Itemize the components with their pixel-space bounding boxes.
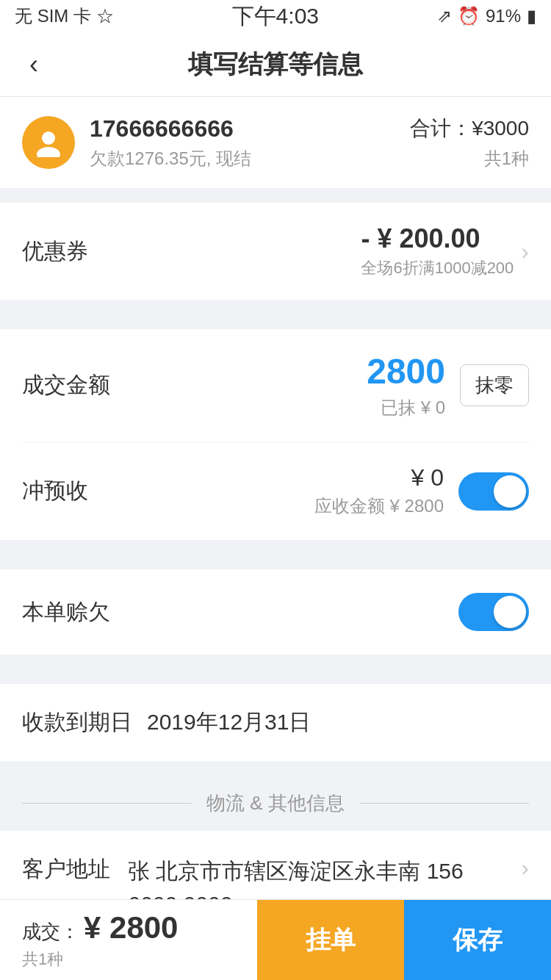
svg-point-0 <box>42 131 55 145</box>
section-divider-1 <box>0 314 551 329</box>
prepay-sub: 应收金额 ¥ 2800 <box>314 494 444 518</box>
battery-icon: ▮ <box>527 6 536 26</box>
prepay-amount: ¥ 0 应收金额 ¥ 2800 <box>314 464 444 518</box>
sim-status: 无 SIM 卡 ☆ <box>15 4 114 28</box>
status-left: 无 SIM 卡 ☆ <box>15 4 114 28</box>
deal-label: 成交金额 <box>22 370 110 400</box>
deal-amount-row: 成交金额 2800 已抹 ¥ 0 抹零 <box>22 329 529 442</box>
bottom-summary: 成交： ¥ 2800 共1种 <box>0 910 257 970</box>
duedate-section: 收款到期日 2019年12月31日 <box>0 684 551 761</box>
credit-row: 本单赊欠 <box>0 569 551 655</box>
deal-sub: 已抹 ¥ 0 <box>367 396 445 419</box>
credit-toggle[interactable] <box>458 593 529 631</box>
logistics-header: 物流 & 其他信息 <box>0 776 551 831</box>
bottom-count: 共1种 <box>22 948 235 970</box>
credit-toggle-knob <box>494 596 526 628</box>
credit-section: 本单赊欠 <box>0 569 551 655</box>
address-label: 客户地址 <box>22 854 110 884</box>
nav-bar: ‹ 填写结算等信息 <box>0 32 551 97</box>
prepay-toggle[interactable] <box>458 472 529 511</box>
status-bar: 无 SIM 卡 ☆ 下午4:03 ⇗ ⏰ 91% ▮ <box>0 0 551 32</box>
round-button[interactable]: 抹零 <box>460 364 529 406</box>
status-right: ⇗ ⏰ 91% ▮ <box>437 6 536 26</box>
prepay-label: 冲预收 <box>22 476 88 506</box>
page-title: 填写结算等信息 <box>188 48 363 82</box>
customer-left: 17666666666 欠款1276.35元, 现结 <box>22 115 251 170</box>
duedate-row: 收款到期日 2019年12月31日 <box>22 707 529 738</box>
header-line-left <box>22 803 192 804</box>
prepay-value: ¥ 0 <box>314 464 444 491</box>
coupon-chevron-icon: › <box>521 238 529 265</box>
coupon-label: 优惠券 <box>22 237 88 267</box>
credit-label: 本单赊欠 <box>22 597 110 627</box>
total-count: 共1种 <box>410 147 529 170</box>
coupon-detail: 全场6折满1000减200 <box>361 257 514 279</box>
total-amount: 合计：¥3000 <box>410 115 529 143</box>
customer-total: 合计：¥3000 共1种 <box>410 115 529 170</box>
main-content: 17666666666 欠款1276.35元, 现结 合计：¥3000 共1种 … <box>0 97 551 980</box>
section-divider-3 <box>0 669 551 684</box>
suspend-button[interactable]: 挂单 <box>257 900 404 981</box>
toggle-knob <box>494 475 526 508</box>
deal-right: 2800 已抹 ¥ 0 抹零 <box>367 351 529 419</box>
coupon-right: - ¥ 200.00 全场6折满1000减200 › <box>361 223 529 279</box>
location-icon: ⇗ <box>437 6 452 26</box>
duedate-label: 收款到期日 <box>22 707 132 738</box>
save-button[interactable]: 保存 <box>404 900 551 981</box>
avatar <box>22 116 75 169</box>
bottom-bar: 成交： ¥ 2800 共1种 挂单 保存 <box>0 899 551 980</box>
customer-info-card: 17666666666 欠款1276.35元, 现结 合计：¥3000 共1种 <box>0 97 551 188</box>
customer-details: 17666666666 欠款1276.35元, 现结 <box>90 115 251 170</box>
address-chevron-icon: › <box>521 854 529 882</box>
amount-section: 成交金额 2800 已抹 ¥ 0 抹零 冲预收 ¥ 0 应收金额 ¥ 2800 <box>0 329 551 540</box>
prepay-row: 冲预收 ¥ 0 应收金额 ¥ 2800 <box>22 442 529 540</box>
header-line-right <box>359 803 529 804</box>
deal-value: 2800 <box>367 351 445 392</box>
battery-level: 91% <box>486 6 521 26</box>
customer-debt: 欠款1276.35元, 现结 <box>90 147 251 170</box>
bottom-amount: ¥ 2800 <box>84 910 178 945</box>
svg-point-1 <box>37 147 60 157</box>
customer-phone: 17666666666 <box>90 115 251 143</box>
alarm-icon: ⏰ <box>458 6 480 26</box>
coupon-discount: - ¥ 200.00 <box>361 223 514 254</box>
back-button[interactable]: ‹ <box>22 42 46 87</box>
coupon-row[interactable]: 优惠券 - ¥ 200.00 全场6折满1000减200 › <box>0 203 551 300</box>
duedate-value: 2019年12月31日 <box>147 707 311 738</box>
section-divider-2 <box>0 555 551 569</box>
prepay-right: ¥ 0 应收金额 ¥ 2800 <box>314 464 529 518</box>
bottom-total-label: 成交： <box>22 919 79 945</box>
status-time: 下午4:03 <box>232 1 319 32</box>
logistics-header-text: 物流 & 其他信息 <box>206 790 345 816</box>
